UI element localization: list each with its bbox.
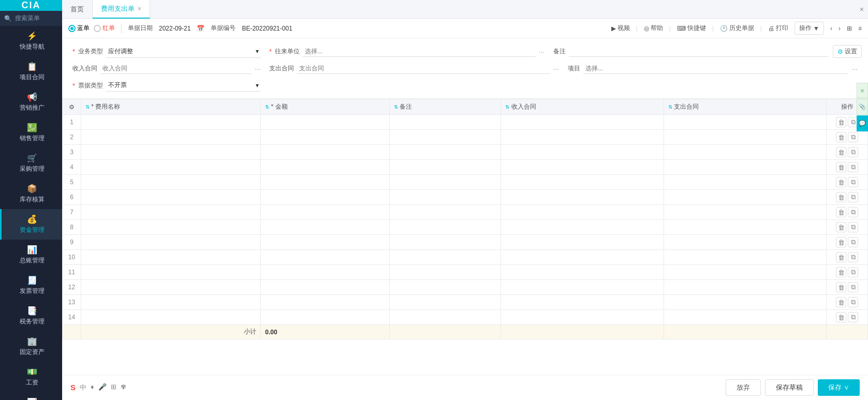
sidebar-search[interactable]: 🔍 搜索菜单	[0, 11, 62, 26]
delete-icon[interactable]: 🗑	[836, 147, 846, 157]
note-cell[interactable]	[389, 115, 501, 130]
amount-cell[interactable]	[261, 175, 389, 190]
tab-close-icon[interactable]: ×	[138, 5, 141, 12]
amount-cell[interactable]	[261, 145, 389, 160]
prev-btn[interactable]: ‹	[830, 25, 832, 32]
copy-icon[interactable]: ⧉	[848, 222, 858, 232]
col-expense-contract-header[interactable]: ⇅ 支出合同	[664, 99, 826, 115]
tab-expense-form[interactable]: 费用支出单 ×	[93, 0, 150, 19]
expense-name-cell[interactable]	[81, 175, 261, 190]
settings-btn[interactable]: ⚙ 设置	[833, 45, 862, 58]
tab-home[interactable]: 首页	[62, 0, 93, 19]
income-contract-cell[interactable]	[501, 175, 664, 190]
counterparty-more-btn[interactable]: ···	[539, 48, 545, 56]
note-cell[interactable]	[389, 175, 501, 190]
expense-contract-cell[interactable]	[664, 115, 826, 130]
note-cell[interactable]	[389, 265, 501, 280]
sidebar-item-invoice[interactable]: 🧾 发票管理	[0, 270, 62, 301]
sidebar-item-fixed-assets[interactable]: 🏢 固定资产	[0, 331, 62, 362]
expense-contract-input[interactable]	[297, 63, 550, 74]
col-gear-header[interactable]: ⚙	[63, 99, 81, 115]
income-contract-cell[interactable]	[501, 115, 664, 130]
discard-button[interactable]: 放弃	[726, 379, 761, 396]
income-contract-cell[interactable]	[501, 190, 664, 205]
delete-icon[interactable]: 🗑	[836, 117, 846, 127]
col-amount-header[interactable]: ⇅ * 金额	[261, 99, 389, 115]
counterparty-input[interactable]	[303, 46, 536, 57]
grid-view-btn[interactable]: ⊞	[847, 25, 852, 32]
expense-contract-cell[interactable]	[664, 295, 826, 310]
expense-contract-more-btn[interactable]: ···	[553, 65, 560, 73]
note-cell[interactable]	[389, 280, 501, 295]
sidebar-item-purchase[interactable]: 🛒 采购管理	[0, 148, 62, 179]
expense-name-cell[interactable]	[81, 295, 261, 310]
amount-cell[interactable]	[261, 130, 389, 145]
amount-cell[interactable]	[261, 235, 389, 250]
note-cell[interactable]	[389, 220, 501, 235]
window-close-btn[interactable]: ×	[860, 5, 864, 13]
amount-cell[interactable]	[261, 250, 389, 265]
delete-icon[interactable]: 🗑	[836, 207, 846, 217]
income-contract-cell[interactable]	[501, 235, 664, 250]
amount-cell[interactable]	[261, 265, 389, 280]
shortcuts-btn[interactable]: ⌨ 快捷键	[677, 24, 706, 33]
expense-contract-cell[interactable]	[664, 130, 826, 145]
expense-name-cell[interactable]	[81, 265, 261, 280]
copy-icon[interactable]: ⧉	[848, 267, 858, 277]
expense-name-cell[interactable]	[81, 130, 261, 145]
copy-icon[interactable]: ⧉	[848, 162, 858, 172]
copy-icon[interactable]: ⧉	[848, 177, 858, 187]
note-cell[interactable]	[389, 205, 501, 220]
history-btn[interactable]: 🕐 历史单据	[720, 24, 754, 33]
radio-blue[interactable]: 蓝单	[68, 24, 90, 33]
copy-icon[interactable]: ⧉	[848, 207, 858, 217]
delete-icon[interactable]: 🗑	[836, 132, 846, 142]
income-contract-cell[interactable]	[501, 310, 664, 325]
print-btn[interactable]: 🖨 打印	[768, 24, 788, 33]
income-contract-cell[interactable]	[501, 250, 664, 265]
amount-cell[interactable]	[261, 205, 389, 220]
expense-name-cell[interactable]	[81, 145, 261, 160]
list-view-btn[interactable]: ≡	[858, 25, 862, 32]
amount-cell[interactable]	[261, 220, 389, 235]
delete-icon[interactable]: 🗑	[836, 177, 846, 187]
expense-name-cell[interactable]	[81, 235, 261, 250]
delete-icon[interactable]: 🗑	[836, 252, 846, 262]
income-contract-cell[interactable]	[501, 280, 664, 295]
video-btn[interactable]: ▶ 视频	[611, 24, 630, 33]
col-note-header[interactable]: ⇅ 备注	[389, 99, 501, 115]
expense-name-cell[interactable]	[81, 220, 261, 235]
amount-cell[interactable]	[261, 115, 389, 130]
expense-contract-cell[interactable]	[664, 190, 826, 205]
copy-icon[interactable]: ⧉	[848, 147, 858, 157]
expense-name-cell[interactable]	[81, 280, 261, 295]
note-cell[interactable]	[389, 190, 501, 205]
delete-icon[interactable]: 🗑	[836, 312, 846, 322]
delete-icon[interactable]: 🗑	[836, 192, 846, 202]
project-more-btn[interactable]: ···	[851, 65, 858, 73]
income-contract-input[interactable]	[100, 63, 252, 74]
expense-contract-cell[interactable]	[664, 235, 826, 250]
expense-name-cell[interactable]	[81, 190, 261, 205]
radio-red[interactable]: 红单	[94, 24, 115, 33]
expense-contract-cell[interactable]	[664, 250, 826, 265]
expense-contract-cell[interactable]	[664, 265, 826, 280]
delete-icon[interactable]: 🗑	[836, 237, 846, 247]
expense-contract-cell[interactable]	[664, 160, 826, 175]
copy-icon[interactable]: ⧉	[848, 252, 858, 262]
float-btn-2[interactable]: 📎	[857, 99, 868, 115]
expense-name-cell[interactable]	[81, 310, 261, 325]
col-income-contract-header[interactable]: ⇅ 收入合同	[501, 99, 664, 115]
income-contract-cell[interactable]	[501, 145, 664, 160]
note-cell[interactable]	[389, 310, 501, 325]
sidebar-item-accounting[interactable]: 📊 总账管理	[0, 240, 62, 270]
float-btn-1[interactable]: ≡	[857, 83, 868, 98]
income-contract-cell[interactable]	[501, 160, 664, 175]
sidebar-item-project-contract[interactable]: 📋 项目合同	[0, 56, 62, 87]
amount-cell[interactable]	[261, 310, 389, 325]
copy-icon[interactable]: ⧉	[848, 237, 858, 247]
income-contract-cell[interactable]	[501, 295, 664, 310]
help-btn[interactable]: ◎ 帮助	[644, 24, 663, 33]
amount-cell[interactable]	[261, 160, 389, 175]
expense-contract-cell[interactable]	[664, 205, 826, 220]
